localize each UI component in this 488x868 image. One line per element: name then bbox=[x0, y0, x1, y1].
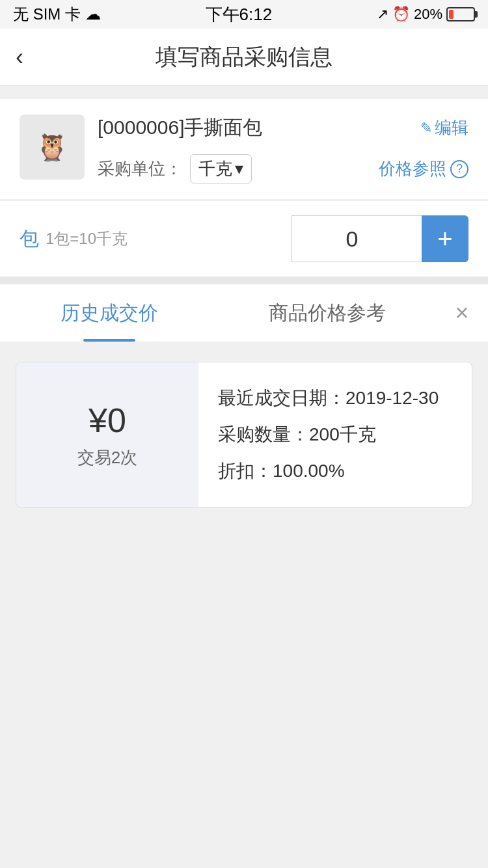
status-bar: 无 SIM 卡 ☁ 下午6:12 ↗ ⏰ 20% bbox=[0, 0, 488, 29]
history-card: ¥0 交易2次 最近成交日期：2019-12-30 采购数量：200千克 折扣：… bbox=[16, 362, 472, 508]
unit-row-left: 采购单位： 千克 ▾ bbox=[98, 154, 252, 183]
edit-button[interactable]: ✎ 编辑 bbox=[420, 116, 468, 139]
tab-product-price-ref-label: 商品价格参考 bbox=[269, 300, 386, 327]
unit-sub-label: 1包=10千克 bbox=[46, 228, 128, 249]
quantity-control: + bbox=[291, 215, 468, 262]
last-date-line: 最近成交日期：2019-12-30 bbox=[218, 386, 452, 411]
quantity-label: 包 1包=10千克 bbox=[20, 226, 128, 252]
quantity-plus-button[interactable]: + bbox=[422, 215, 468, 262]
tab-history-price-label: 历史成交价 bbox=[61, 300, 158, 327]
edit-icon: ✎ bbox=[420, 120, 432, 137]
product-image-icon: 🦉 bbox=[36, 132, 68, 163]
discount-line: 折扣：100.00% bbox=[218, 459, 452, 483]
price-ref-button[interactable]: 价格参照 ? bbox=[379, 157, 468, 180]
tab-close-button[interactable]: × bbox=[436, 284, 488, 342]
product-header: [0000006]手撕面包 ✎ 编辑 bbox=[98, 115, 468, 141]
discount-value: 100.00% bbox=[273, 461, 345, 481]
product-unit-row: 采购单位： 千克 ▾ 价格参照 ? bbox=[98, 154, 468, 183]
section-divider bbox=[0, 277, 488, 284]
history-details-panel: 最近成交日期：2019-12-30 采购数量：200千克 折扣：100.00% bbox=[198, 362, 472, 507]
battery-icon bbox=[446, 7, 475, 21]
history-price-panel: ¥0 交易2次 bbox=[16, 362, 198, 507]
unit-value: 千克 bbox=[198, 157, 232, 180]
edit-label: 编辑 bbox=[435, 116, 468, 139]
tabs-container: 历史成交价 商品价格参考 × bbox=[0, 284, 488, 342]
back-button[interactable]: ‹ bbox=[16, 44, 23, 71]
purchase-qty-line: 采购数量：200千克 bbox=[218, 422, 452, 447]
product-name: [0000006]手撕面包 bbox=[98, 115, 262, 141]
tab-history-price[interactable]: 历史成交价 bbox=[0, 284, 218, 342]
battery-fill bbox=[449, 10, 454, 19]
product-card: 🦉 [0000006]手撕面包 ✎ 编辑 采购单位： 千克 ▾ 价格参照 ? bbox=[0, 99, 488, 199]
product-info: [0000006]手撕面包 ✎ 编辑 采购单位： 千克 ▾ 价格参照 ? bbox=[98, 115, 468, 183]
status-time: 下午6:12 bbox=[206, 3, 273, 26]
discount-label: 折扣： bbox=[218, 461, 273, 481]
nav-bar: ‹ 填写商品采购信息 bbox=[0, 29, 488, 86]
alarm-icon: ⏰ bbox=[392, 6, 410, 23]
purchase-qty-value: 200千克 bbox=[309, 424, 376, 444]
unit-badge: 包 bbox=[20, 226, 39, 252]
quantity-input[interactable] bbox=[291, 215, 422, 262]
chevron-down-icon: ▾ bbox=[235, 159, 243, 179]
status-left: 无 SIM 卡 ☁ bbox=[13, 4, 101, 25]
main-content: ¥0 交易2次 最近成交日期：2019-12-30 采购数量：200千克 折扣：… bbox=[0, 362, 488, 817]
quantity-row: 包 1包=10千克 + bbox=[0, 200, 488, 277]
last-date-label: 最近成交日期： bbox=[218, 388, 346, 408]
product-thumbnail: 🦉 bbox=[20, 115, 85, 180]
tab-product-price-ref[interactable]: 商品价格参考 bbox=[218, 284, 436, 342]
last-date-value: 2019-12-30 bbox=[346, 388, 439, 408]
info-icon: ? bbox=[450, 160, 468, 178]
unit-select[interactable]: 千克 ▾ bbox=[190, 154, 252, 183]
unit-prefix-label: 采购单位： bbox=[98, 159, 182, 178]
price-ref-label: 价格参照 bbox=[379, 157, 446, 180]
purchase-qty-label: 采购数量： bbox=[218, 424, 309, 444]
history-price-value: ¥0 bbox=[88, 401, 126, 440]
status-right: ↗ ⏰ 20% bbox=[377, 6, 475, 23]
battery-percent: 20% bbox=[414, 6, 442, 23]
page-title: 填写商品采购信息 bbox=[156, 42, 332, 72]
location-icon: ↗ bbox=[377, 6, 388, 23]
history-trade-count: 交易2次 bbox=[77, 446, 137, 469]
sim-label: 无 SIM 卡 ☁ bbox=[13, 4, 101, 25]
